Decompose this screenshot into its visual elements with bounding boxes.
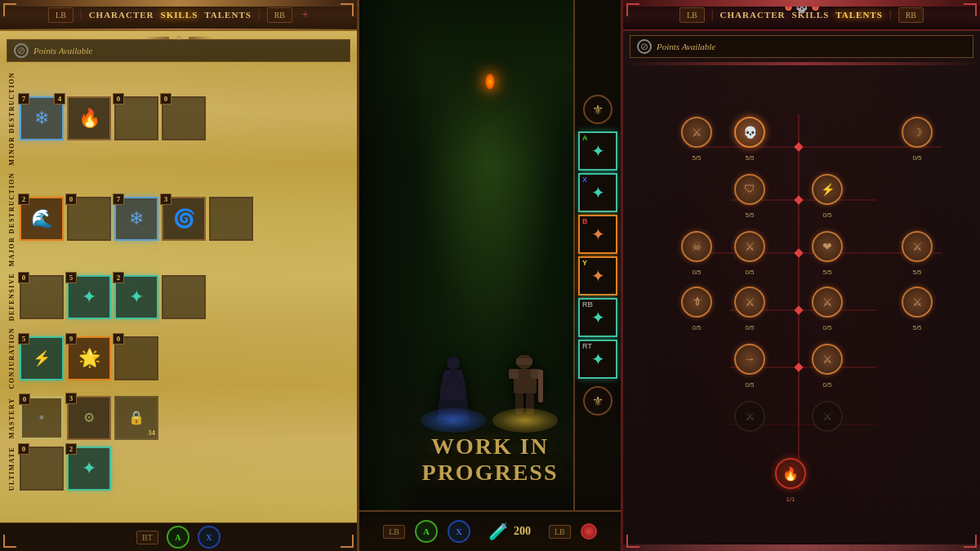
talent-node-4-2[interactable]: ⚔ 0/5 bbox=[732, 284, 768, 320]
mid-slot-rt[interactable]: RT ✦ bbox=[578, 340, 617, 379]
talent-inner-4-3[interactable]: ⚔ bbox=[812, 287, 843, 318]
connector-slot-bottom[interactable]: ⚜ bbox=[583, 386, 612, 415]
skill-slot-inner-2-4[interactable]: 🌀 3 bbox=[162, 197, 206, 241]
talent-node-3-2[interactable]: ⚔ 0/5 bbox=[732, 229, 768, 264]
talent-node-6-1[interactable]: ⚔ bbox=[732, 398, 768, 434]
skill-slot-inner-3-1[interactable]: 0 bbox=[20, 275, 64, 319]
right-character-label[interactable]: CHARACTER bbox=[720, 10, 786, 20]
skill-slot-inner-1-2[interactable]: 🔥 bbox=[67, 96, 111, 140]
skill-slot-inner-4-1[interactable]: ⚡ 5 bbox=[20, 336, 64, 380]
talent-node-5-2[interactable]: ⚔ 0/5 bbox=[809, 341, 845, 377]
skill-slot-2-3[interactable]: ❄ 7 bbox=[114, 197, 158, 241]
skill-slot-inner-1-3[interactable]: 0 bbox=[114, 96, 158, 140]
mid-slot-y[interactable]: Y ✦ bbox=[578, 256, 617, 295]
talent-inner-6-1[interactable]: ⚔ bbox=[734, 401, 765, 432]
skill-slot-3-3[interactable]: ✦ 2 bbox=[114, 275, 158, 319]
skill-slot-inner-2-5[interactable] bbox=[209, 197, 253, 241]
skill-slot-inner-2-3[interactable]: ❄ 7 bbox=[114, 197, 158, 241]
right-lb-button[interactable]: LB bbox=[679, 7, 705, 23]
skill-slot-1-1[interactable]: ❄ 7 4 bbox=[20, 96, 64, 140]
skill-slot-inner-3-3[interactable]: ✦ 2 bbox=[114, 275, 158, 319]
talent-node-2-2[interactable]: ⚡ 0/5 bbox=[809, 171, 845, 207]
mid-slot-a[interactable]: A ✦ bbox=[578, 131, 617, 171]
skill-slot-inner-1-1[interactable]: ❄ 7 4 bbox=[20, 96, 64, 140]
bottom-lb[interactable]: LB bbox=[383, 525, 405, 539]
bottom-x-btn[interactable]: X bbox=[448, 520, 470, 543]
talent-inner-3-2[interactable]: ⚔ bbox=[734, 231, 765, 262]
skill-slot-inner-4-2[interactable]: 🌟 9 bbox=[67, 336, 111, 380]
talent-inner-2-2[interactable]: ⚡ bbox=[812, 174, 843, 205]
skill-slot-1-3[interactable]: 0 bbox=[114, 96, 158, 140]
skill-slot-inner-5-2[interactable]: ⚙ 3 bbox=[67, 396, 111, 440]
right-talents-label[interactable]: TALENTS bbox=[835, 10, 883, 20]
talent-node-3-3[interactable]: ❤ 5/5 bbox=[809, 229, 845, 264]
skill-slot-inner-5-1[interactable]: ▪ 0 bbox=[20, 396, 64, 440]
talent-node-7-1[interactable]: 🔥 1/1 bbox=[773, 455, 808, 491]
left-bottom-x[interactable]: X bbox=[198, 526, 220, 549]
right-rb-button[interactable]: RB bbox=[898, 7, 924, 23]
talent-node-3-4[interactable]: ⚔ 5/5 bbox=[899, 229, 935, 264]
skill-slot-4-2[interactable]: 🌟 9 bbox=[67, 336, 111, 380]
skill-slot-inner-1-4[interactable]: 0 bbox=[162, 96, 206, 140]
skill-slot-5-3[interactable]: 🔒 34 bbox=[114, 396, 158, 440]
skill-slot-3-1[interactable]: 0 bbox=[20, 275, 64, 319]
skill-slot-3-4[interactable] bbox=[162, 275, 206, 319]
talent-inner-6-2[interactable]: ⚔ bbox=[812, 401, 843, 432]
skill-slot-1-2[interactable]: 🔥 bbox=[67, 96, 111, 140]
talent-inner-3-1[interactable]: ☠ bbox=[681, 231, 712, 262]
mid-slot-rb[interactable]: RB ✦ bbox=[578, 298, 617, 337]
talent-node-1-3[interactable]: ☽ 0/5 bbox=[899, 114, 935, 150]
skill-slot-6-2[interactable]: ✦ 2 bbox=[67, 447, 111, 491]
left-lb-button[interactable]: LB bbox=[48, 7, 74, 23]
talent-inner-4-2[interactable]: ⚔ bbox=[734, 287, 765, 318]
skill-slot-inner-6-2[interactable]: ✦ 2 bbox=[67, 447, 111, 491]
talent-node-4-1[interactable]: 🗡 0/5 bbox=[679, 284, 715, 320]
skill-slot-2-4[interactable]: 🌀 3 bbox=[162, 197, 206, 241]
skill-slot-1-4[interactable]: 0 bbox=[162, 96, 206, 140]
skill-slot-inner-6-1[interactable]: 0 bbox=[20, 447, 64, 491]
skill-slot-2-5[interactable] bbox=[209, 197, 253, 241]
talent-inner-5-2[interactable]: ⚔ bbox=[812, 344, 843, 375]
skill-slot-inner-3-4[interactable] bbox=[162, 275, 206, 319]
skill-slot-2-2[interactable]: 0 bbox=[67, 197, 111, 241]
left-bottom-bt[interactable]: BT bbox=[136, 531, 158, 544]
skill-slot-inner-2-2[interactable]: 0 bbox=[67, 197, 111, 241]
talent-node-2-1[interactable]: 🛡 5/5 bbox=[732, 171, 768, 207]
talent-node-1-1[interactable]: ⚔ 5/5 bbox=[679, 114, 715, 150]
talent-inner-3-3[interactable]: ❤ bbox=[812, 231, 843, 262]
talent-inner-1-3[interactable]: ☽ bbox=[902, 117, 933, 148]
talent-inner-5-1[interactable]: → bbox=[734, 344, 765, 375]
skill-slot-inner-2-1[interactable]: 🌊 2 bbox=[20, 197, 64, 241]
talent-node-4-4[interactable]: ⚔ 5/5 bbox=[899, 284, 935, 320]
left-skills-label[interactable]: SKILLS bbox=[161, 10, 198, 20]
talent-inner-3-4[interactable]: ⚔ bbox=[902, 231, 933, 262]
talent-inner-4-4[interactable]: ⚔ bbox=[902, 287, 933, 318]
skill-slot-2-1[interactable]: 🌊 2 bbox=[20, 197, 64, 241]
talent-inner-2-1[interactable]: 🛡 bbox=[734, 174, 765, 205]
talent-inner-7-1[interactable]: 🔥 bbox=[775, 458, 806, 489]
talent-node-6-2[interactable]: ⚔ bbox=[809, 398, 845, 434]
talent-inner-1-2[interactable]: 💀 bbox=[734, 117, 765, 148]
bottom-a-btn[interactable]: A bbox=[415, 520, 438, 543]
skill-slot-4-3[interactable]: 0 bbox=[114, 336, 158, 380]
left-rb-button[interactable]: RB bbox=[267, 7, 292, 23]
left-character-label[interactable]: CHARACTER bbox=[89, 10, 154, 20]
bottom-rb[interactable]: LB bbox=[549, 525, 571, 539]
skill-slot-inner-3-2[interactable]: ✦ 5 bbox=[67, 275, 111, 319]
connector-slot-top[interactable]: ⚜ bbox=[583, 95, 612, 124]
left-bottom-a[interactable]: A bbox=[167, 526, 189, 549]
talent-inner-4-1[interactable]: 🗡 bbox=[681, 287, 712, 318]
skill-slot-6-1[interactable]: 0 bbox=[20, 447, 64, 491]
talent-node-4-3[interactable]: ⚔ 0/5 bbox=[809, 284, 845, 320]
left-talents-label[interactable]: TALENTS bbox=[204, 10, 252, 20]
talent-node-3-1[interactable]: ☠ 0/5 bbox=[679, 229, 715, 264]
mid-slot-b[interactable]: B ✦ bbox=[578, 215, 617, 254]
skill-slot-5-2[interactable]: ⚙ 3 bbox=[67, 396, 111, 440]
skill-slot-inner-4-3[interactable]: 0 bbox=[114, 336, 158, 380]
skill-slot-inner-5-3[interactable]: 🔒 34 bbox=[114, 396, 158, 440]
mid-slot-x[interactable]: X ✦ bbox=[578, 173, 617, 212]
skill-slot-3-2[interactable]: ✦ 5 bbox=[67, 275, 111, 319]
talent-node-5-1[interactable]: → 0/5 bbox=[732, 341, 768, 377]
talent-inner-1-1[interactable]: ⚔ bbox=[681, 117, 712, 148]
skill-slot-4-1[interactable]: ⚡ 5 bbox=[20, 336, 64, 380]
